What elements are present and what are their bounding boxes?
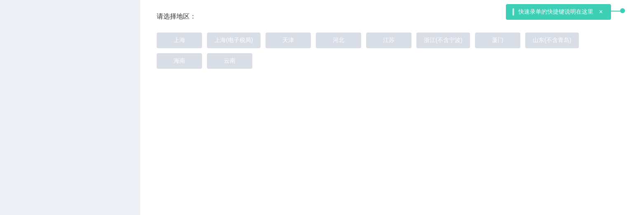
region-button-6[interactable]: 厦门 <box>475 33 520 48</box>
tooltip-text: 快速录单的快捷键说明在这里 <box>518 8 593 16</box>
region-button-2[interactable]: 天津 <box>266 33 311 48</box>
region-button-8[interactable]: 海南 <box>157 53 202 69</box>
tooltip-bar-decoration <box>512 8 514 16</box>
region-button-3[interactable]: 河北 <box>316 33 361 48</box>
left-panel <box>0 0 140 215</box>
region-button-4[interactable]: 江苏 <box>366 33 411 48</box>
tooltip-banner: 快速录单的快捷键说明在这里 × <box>506 4 611 20</box>
region-button-7[interactable]: 山东(不含青岛) <box>525 33 579 48</box>
tooltip-dot <box>620 8 625 13</box>
main-content: 请选择地区： 上海上海(电子税局)天津河北江苏浙江(不含宁波)厦门山东(不含青岛… <box>140 0 644 215</box>
tooltip-line <box>608 11 620 12</box>
region-button-5[interactable]: 浙江(不含宁波) <box>416 33 470 48</box>
region-button-9[interactable]: 云南 <box>207 53 252 69</box>
region-button-1[interactable]: 上海(电子税局) <box>207 33 261 48</box>
region-button-0[interactable]: 上海 <box>157 33 202 48</box>
tooltip-close-button[interactable]: × <box>597 9 604 15</box>
region-grid: 上海上海(电子税局)天津河北江苏浙江(不含宁波)厦门山东(不含青岛)海南云南 <box>157 33 628 69</box>
